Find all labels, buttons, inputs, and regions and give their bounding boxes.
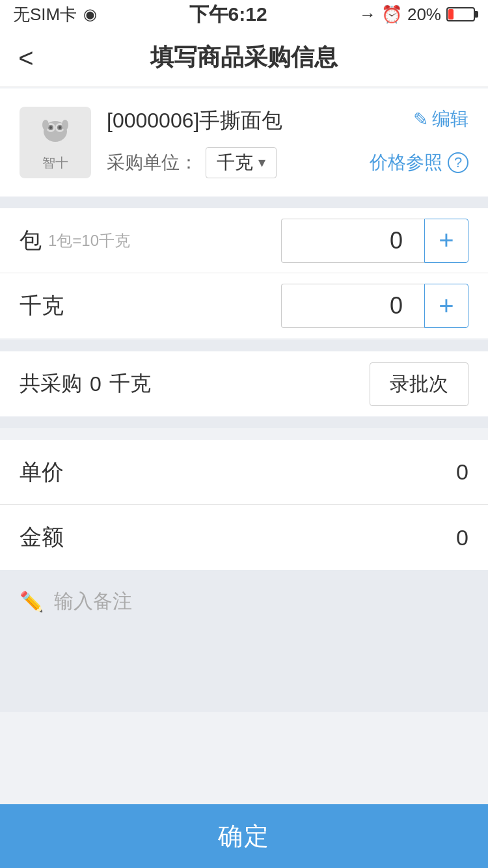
product-card: 智十 [0000006]手撕面包 ✎ 编辑 采购单位： 千克 ▾ 价格参照 ?	[0, 88, 488, 197]
price-ref-label: 价格参照	[370, 150, 442, 175]
page-title: 填写商品采购信息	[150, 42, 338, 74]
edit-icon: ✎	[413, 109, 428, 130]
carrier-text: 无SIM卡	[13, 3, 77, 26]
bao-sub-label: 1包=10千克	[48, 230, 130, 251]
kg-label: 千克	[20, 291, 64, 321]
status-time: 下午6:12	[189, 1, 267, 28]
input-section: 包 1包=10千克 + 千克 +	[0, 208, 488, 338]
alarm-icon: ⏰	[381, 5, 402, 25]
total-unit: 千克	[109, 370, 151, 398]
amount-value: 0	[456, 525, 468, 550]
back-button[interactable]: <	[0, 29, 52, 87]
unit-row: 采购单位： 千克 ▾	[107, 147, 277, 178]
total-section: 共采购 0 千克 录批次	[0, 340, 488, 428]
bao-input-right: +	[281, 219, 468, 263]
remark-input-row: ✏️ 输入备注	[20, 588, 468, 615]
battery-icon	[446, 7, 475, 21]
price-detail-section: 单价 0 金额 0	[0, 440, 488, 570]
kg-quantity-input[interactable]	[281, 284, 424, 328]
battery-percent: 20%	[407, 5, 441, 25]
status-right: → ⏰ 20%	[359, 5, 475, 25]
unit-price-label: 单价	[20, 457, 64, 487]
unit-label: 采购单位：	[107, 150, 198, 175]
confirm-label: 确定	[218, 820, 270, 853]
edit-label: 编辑	[432, 107, 468, 131]
record-batch-label: 录批次	[390, 373, 448, 394]
bottom-spacer	[0, 648, 488, 712]
remark-placeholder: 输入备注	[54, 588, 132, 615]
product-logo-icon	[39, 113, 72, 152]
unit-dropdown-icon: ▾	[258, 154, 265, 171]
bao-input-row: 包 1包=10千克 +	[0, 208, 488, 273]
section-divider-3	[0, 416, 488, 428]
unit-price-value: 0	[456, 459, 468, 485]
confirm-button[interactable]: 确定	[0, 804, 488, 868]
svg-point-6	[59, 126, 61, 129]
edit-button[interactable]: ✎ 编辑	[413, 107, 468, 131]
svg-point-8	[42, 120, 49, 130]
record-batch-button[interactable]: 录批次	[370, 362, 468, 406]
wifi-icon: ◉️	[83, 5, 97, 23]
price-ref-info-icon: ?	[448, 152, 468, 173]
remark-section[interactable]: ✏️ 输入备注	[0, 570, 488, 648]
section-divider-2	[0, 340, 488, 351]
pencil-icon: ✏️	[20, 590, 44, 613]
kg-input-row: 千克 +	[0, 273, 488, 338]
product-thumbnail: 智十	[20, 107, 91, 178]
back-arrow-icon: <	[18, 45, 33, 71]
nav-bar: < 填写商品采购信息	[0, 29, 488, 87]
location-icon: →	[359, 5, 376, 25]
brand-label: 智十	[42, 154, 68, 172]
section-divider-1	[0, 197, 488, 208]
total-amount: 0	[90, 372, 102, 396]
price-ref-button[interactable]: 价格参照 ?	[370, 150, 468, 175]
total-label: 共采购	[20, 370, 82, 398]
kg-input-right: +	[281, 284, 468, 328]
product-info: [0000006]手撕面包 ✎ 编辑 采购单位： 千克 ▾ 价格参照 ?	[107, 107, 468, 178]
svg-point-9	[62, 120, 68, 130]
svg-point-5	[49, 126, 52, 129]
bao-quantity-input[interactable]	[281, 219, 424, 263]
unit-price-row: 单价 0	[0, 440, 488, 505]
amount-label: 金额	[20, 522, 64, 552]
status-left: 无SIM卡 ◉️	[13, 3, 97, 26]
bao-label: 包	[20, 226, 42, 256]
bao-plus-button[interactable]: +	[424, 219, 468, 263]
kg-plus-button[interactable]: +	[424, 284, 468, 328]
unit-value: 千克	[217, 150, 253, 175]
total-row: 共采购 0 千克 录批次	[0, 351, 488, 416]
status-bar: 无SIM卡 ◉️ 下午6:12 → ⏰ 20%	[0, 0, 488, 29]
amount-row: 金额 0	[0, 505, 488, 570]
product-name: [0000006]手撕面包	[107, 107, 282, 135]
unit-select[interactable]: 千克 ▾	[206, 147, 277, 178]
